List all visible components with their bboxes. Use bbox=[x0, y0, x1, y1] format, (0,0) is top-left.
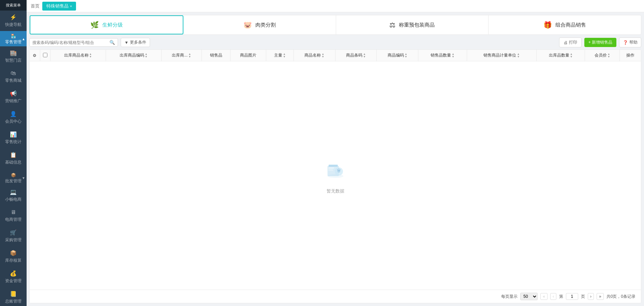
th-goods-name[interactable]: 商品名称 ▲▼ bbox=[294, 50, 335, 61]
svg-rect-2 bbox=[329, 165, 338, 166]
tab-weigh-pack[interactable]: ⚖ 称重预包装商品 bbox=[336, 15, 489, 34]
sidebar-item-label: 零售统计 bbox=[5, 139, 21, 145]
table-container: ⚙ 出库商品名称 ▲▼ 出库 bbox=[29, 49, 641, 303]
category-tabs: 🌿 生鲜分级 🐷 肉类分割 ⚖ 称重预包装商品 🎁 组合商品销售 bbox=[29, 15, 641, 35]
sidebar-item-sales-promo[interactable]: 📢 营销推广 bbox=[0, 87, 27, 107]
gear-icon: ⚙ bbox=[33, 53, 36, 58]
sidebar-item-inventory[interactable]: 📦 库存核算 bbox=[0, 246, 27, 267]
add-sales-button[interactable]: + 新增销售品 bbox=[584, 38, 616, 47]
th-goods-barcode[interactable]: 商品条码 ▲▼ bbox=[335, 50, 377, 61]
help-icon: ❓ bbox=[623, 40, 628, 45]
sidebar-item-quick-nav[interactable]: ⚡ 快捷导航 bbox=[0, 11, 27, 31]
per-page-label: 每页显示 bbox=[501, 294, 518, 300]
th-label: 出库商品编码 bbox=[120, 52, 144, 58]
sidebar-item-finance[interactable]: 💰 资金管理 bbox=[0, 267, 27, 287]
fresh-grade-icon: 🌿 bbox=[90, 21, 99, 29]
tab-meat-cut[interactable]: 🐷 肉类分割 bbox=[183, 15, 336, 34]
page-prefix-label: 第 bbox=[559, 294, 563, 300]
active-tab[interactable]: 特殊销售品 × bbox=[42, 2, 76, 11]
page-area: 🌿 生鲜分级 🐷 肉类分割 ⚖ 称重预包装商品 🎁 组合商品销售 🔍 bbox=[27, 12, 644, 306]
th-sales-qty[interactable]: 销售品数量 ▲▼ bbox=[418, 50, 467, 61]
weigh-pack-icon: ⚖ bbox=[389, 21, 395, 29]
sort-arrows: ▲▼ bbox=[405, 53, 407, 58]
search-box[interactable]: 🔍 bbox=[29, 38, 118, 47]
sidebar-item-wholesale-mgmt[interactable]: 📦 批发管理 ▼ bbox=[0, 170, 27, 185]
th-sales-unit[interactable]: 销售商品计量单位 ▲▼ bbox=[467, 50, 536, 61]
print-button[interactable]: 🖨 打印 bbox=[559, 37, 582, 47]
sort-arrows: ▲▼ bbox=[283, 53, 286, 58]
sidebar-logo[interactable]: 搜索菜单 bbox=[0, 0, 27, 11]
svg-rect-8 bbox=[328, 170, 333, 170]
tab-close-icon[interactable]: × bbox=[70, 4, 72, 8]
sidebar-item-label: 基础信息 bbox=[5, 159, 21, 165]
print-icon: 🖨 bbox=[564, 40, 568, 45]
th-label: 商品条码 bbox=[346, 52, 362, 58]
sidebar-item-label: 批发管理 bbox=[5, 178, 21, 184]
tab-fresh-grade[interactable]: 🌿 生鲜分级 bbox=[30, 15, 183, 34]
sidebar-item-member-center[interactable]: 👤 会员中心 bbox=[0, 107, 27, 128]
sidebar-item-label: 库存核算 bbox=[5, 258, 21, 263]
th-out-goods-extra[interactable]: 出库商... ▲▼ bbox=[161, 50, 201, 61]
th-label: 商品名称 bbox=[304, 52, 321, 58]
tab-combo-sales-label: 组合商品销售 bbox=[555, 22, 586, 28]
sidebar-item-purchase-mgmt[interactable]: 🛒 采购管理 bbox=[0, 226, 27, 246]
first-page-button[interactable]: « bbox=[540, 293, 548, 300]
th-label: 操作 bbox=[626, 53, 634, 58]
next-page-button[interactable]: › bbox=[588, 293, 594, 300]
sidebar-item-retail-mall[interactable]: 🛍 零售商城 bbox=[0, 67, 27, 87]
filter-button[interactable]: ▼ 更多条件 bbox=[121, 38, 150, 47]
svg-rect-6 bbox=[328, 168, 334, 168]
th-member-price[interactable]: 会员价 ▲▼ bbox=[585, 50, 619, 61]
svg-rect-7 bbox=[328, 169, 332, 169]
sort-arrows: ▲▼ bbox=[363, 53, 366, 58]
sidebar-item-general-ledger[interactable]: 📒 总账管理 bbox=[0, 287, 27, 306]
page-number-input[interactable] bbox=[566, 293, 578, 300]
sort-arrows: ▲▼ bbox=[608, 53, 610, 58]
sort-arrows: ▲▼ bbox=[321, 53, 324, 58]
meat-cut-icon: 🐷 bbox=[243, 21, 252, 29]
help-button[interactable]: ❓ 帮助 bbox=[619, 37, 641, 47]
sidebar-item-smart-store[interactable]: 🏬 智慧门店 bbox=[0, 46, 27, 67]
retail-mgmt-icon: 🏪 bbox=[11, 34, 16, 39]
sidebar-item-retail-mgmt[interactable]: 🏪 零售管理 ▲ bbox=[0, 31, 27, 46]
th-out-goods-code[interactable]: 出库商品编码 ▲▼ bbox=[106, 50, 161, 61]
mini-ecom-icon: 💻 bbox=[10, 189, 17, 195]
select-all-checkbox[interactable] bbox=[43, 53, 47, 57]
main-content: 首页 特殊销售品 × 🌿 生鲜分级 🐷 肉类分割 ⚖ 称重预包装商品 🎁 组合商… bbox=[27, 0, 644, 306]
search-input[interactable] bbox=[32, 40, 109, 45]
retail-mall-icon: 🛍 bbox=[11, 70, 16, 76]
last-page-button[interactable]: » bbox=[597, 293, 604, 300]
th-goods-code[interactable]: 商品编码 ▲▼ bbox=[377, 50, 418, 61]
per-page-select[interactable]: 50 10 20 100 bbox=[520, 293, 538, 300]
sidebar-item-basic-info[interactable]: 📋 基础信息 bbox=[0, 148, 27, 169]
sort-arrows: ▲▼ bbox=[570, 53, 573, 58]
breadcrumb: 首页 bbox=[31, 3, 40, 9]
sort-arrows: ▲▼ bbox=[89, 53, 92, 58]
basic-info-icon: 📋 bbox=[10, 152, 17, 158]
combo-sales-icon: 🎁 bbox=[543, 21, 552, 29]
tab-combo-sales[interactable]: 🎁 组合商品销售 bbox=[489, 15, 641, 34]
sidebar-item-retail-stats[interactable]: 📊 零售统计 bbox=[0, 128, 27, 148]
sidebar-item-mini-ecom[interactable]: 💻 小畅电商 bbox=[0, 185, 27, 206]
finance-icon: 💰 bbox=[10, 270, 17, 277]
print-label: 打印 bbox=[569, 40, 577, 45]
filter-label: 更多条件 bbox=[130, 40, 146, 45]
sidebar-item-label: 小畅电商 bbox=[5, 197, 21, 202]
prev-page-button[interactable]: ‹ bbox=[550, 293, 556, 300]
th-label: 销售品数量 bbox=[431, 52, 451, 58]
th-weight[interactable]: 主量 ▲▼ bbox=[266, 50, 294, 61]
th-label: 会员价 bbox=[595, 52, 607, 58]
th-out-goods-name[interactable]: 出库商品名称 ▲▼ bbox=[50, 50, 106, 61]
th-checkbox[interactable] bbox=[40, 50, 50, 61]
th-settings[interactable]: ⚙ bbox=[30, 50, 40, 61]
th-sales-goods: 销售品 bbox=[202, 50, 230, 61]
svg-point-4 bbox=[338, 170, 339, 171]
sidebar-item-label: 快捷导航 bbox=[5, 22, 21, 28]
wholesale-icon: 📦 bbox=[11, 173, 16, 178]
svg-point-3 bbox=[335, 167, 343, 175]
pagination: 每页显示 50 10 20 100 « ‹ 第 页 › » 共0页，0条记录 bbox=[30, 290, 641, 303]
toolbar: 🔍 ▼ 更多条件 🖨 打印 + 新增销售品 ❓ 帮助 bbox=[29, 37, 641, 47]
th-out-qty[interactable]: 出库品数量 ▲▼ bbox=[537, 50, 585, 61]
toolbar-right: 🖨 打印 + 新增销售品 ❓ 帮助 bbox=[559, 37, 641, 47]
sidebar-item-ecom-mgmt[interactable]: 🖥 电商管理 bbox=[0, 206, 27, 226]
